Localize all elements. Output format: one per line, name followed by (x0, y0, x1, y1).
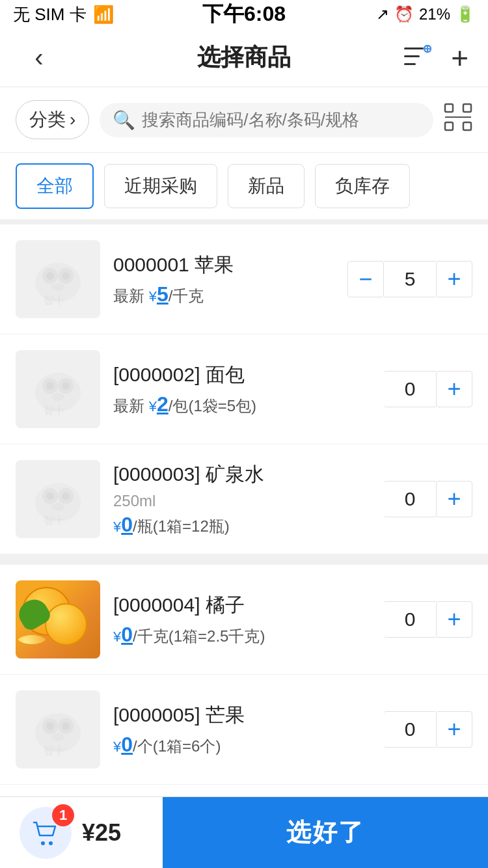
search-input-wrap: 🔍 (100, 103, 433, 137)
list-item: 智十 [0000003] 矿泉水 250ml ¥0/瓶(1箱=12瓶) + (0, 444, 488, 554)
product-price-4: ¥0/千克(1箱=2.5千克) (113, 623, 371, 647)
category-arrow: › (70, 109, 75, 130)
qty-input-3[interactable] (384, 481, 436, 517)
list-item: 智十 0000001 苹果 最新 ¥5/千克 − + (0, 224, 488, 334)
category-button[interactable]: 分类 › (16, 100, 89, 139)
product-info-1: 0000001 苹果 最新 ¥5/千克 (113, 252, 334, 306)
qty-input-5[interactable] (384, 711, 436, 748)
svg-point-23 (51, 393, 64, 401)
svg-text:智十: 智十 (44, 745, 64, 756)
svg-point-29 (62, 492, 70, 500)
product-image-3: 智十 (16, 460, 100, 538)
qty-minus-button-1[interactable]: − (347, 261, 384, 297)
list-item: 智十 [0000002] 面包 最新 ¥2/包(1袋=5包) + (0, 334, 488, 444)
product-info-2: [0000002] 面包 最新 ¥2/包(1袋=5包) (113, 362, 371, 416)
qty-control-4: + (384, 601, 472, 638)
status-time: 下午6:08 (202, 0, 286, 29)
product-name-1: 0000001 苹果 (113, 252, 334, 278)
product-info-4: [0000004] 橘子 ¥0/千克(1箱=2.5千克) (113, 592, 371, 647)
svg-rect-8 (463, 104, 471, 112)
svg-rect-0 (404, 47, 424, 49)
filter-tabs: 全部 近期采购 新品 负库存 (0, 153, 488, 224)
qty-input-4[interactable] (384, 601, 436, 638)
cart-total: ¥25 (82, 819, 121, 847)
svg-rect-6 (445, 104, 453, 112)
product-name-3: [0000003] 矿泉水 (113, 461, 371, 488)
list-item: 智十 [0000005] 芒果 ¥0/个(1箱=6个) + (0, 675, 488, 785)
svg-point-15 (62, 272, 70, 280)
qty-plus-button-5[interactable]: + (436, 711, 472, 748)
bottom-bar: 1 ¥25 选好了 (0, 796, 488, 868)
qty-plus-button-4[interactable]: + (436, 601, 472, 638)
battery-icon: 🔋 (455, 5, 475, 23)
tab-new[interactable]: 新品 (228, 164, 305, 208)
svg-point-21 (46, 382, 54, 390)
wifi-icon: 📶 (93, 5, 114, 25)
product-list: 智十 0000001 苹果 最新 ¥5/千克 − + (0, 224, 488, 868)
add-button[interactable]: + (451, 43, 468, 73)
battery-text: 21% (419, 5, 450, 23)
svg-rect-1 (404, 55, 420, 57)
product-price-3: ¥0/瓶(1箱=12瓶) (113, 513, 371, 537)
svg-point-30 (51, 503, 64, 511)
svg-point-37 (51, 733, 64, 741)
tab-recent[interactable]: 近期采购 (104, 164, 217, 208)
svg-point-14 (46, 272, 54, 280)
svg-rect-7 (445, 122, 453, 130)
carrier-text: 无 SIM 卡 (13, 3, 87, 26)
tab-all[interactable]: 全部 (16, 163, 94, 209)
qty-input-2[interactable] (384, 371, 436, 407)
scan-icon[interactable] (444, 103, 472, 137)
nav-bar: ‹ 选择商品 + (0, 29, 488, 87)
product-info-5: [0000005] 芒果 ¥0/个(1箱=6个) (113, 702, 371, 757)
svg-point-50 (49, 841, 53, 845)
search-icon: 🔍 (113, 109, 135, 131)
product-price-5: ¥0/个(1箱=6个) (113, 733, 371, 757)
qty-input-1[interactable] (384, 261, 436, 297)
product-name-5: [0000005] 芒果 (113, 702, 371, 729)
qty-plus-button-2[interactable]: + (436, 371, 472, 407)
product-image-4 (16, 580, 100, 658)
filter-icon[interactable] (404, 45, 431, 71)
product-info-3: [0000003] 矿泉水 250ml ¥0/瓶(1箱=12瓶) (113, 461, 371, 537)
section-divider (0, 554, 488, 565)
search-input[interactable] (142, 110, 420, 130)
search-row: 分类 › 🔍 (0, 87, 488, 153)
status-right: ↗ ⏰ 21% 🔋 (376, 5, 475, 23)
confirm-button[interactable]: 选好了 (163, 797, 488, 869)
svg-rect-10 (463, 122, 471, 130)
svg-point-22 (62, 382, 70, 390)
svg-rect-2 (404, 63, 416, 65)
product-name-2: [0000002] 面包 (113, 362, 371, 388)
product-spec-3: 250ml (113, 492, 371, 510)
product-name-4: [0000004] 橘子 (113, 592, 371, 619)
qty-control-2: + (384, 371, 472, 407)
product-image-5: 智十 (16, 690, 100, 768)
cart-section: 1 ¥25 (0, 807, 163, 859)
svg-point-28 (46, 492, 54, 500)
qty-plus-button-1[interactable]: + (436, 261, 472, 297)
svg-point-36 (62, 722, 70, 730)
tab-negative-stock[interactable]: 负库存 (315, 164, 410, 208)
alarm-icon: ⏰ (394, 5, 414, 23)
location-icon: ↗ (376, 5, 389, 23)
svg-point-16 (51, 283, 64, 291)
svg-point-35 (46, 722, 54, 730)
qty-plus-button-3[interactable]: + (436, 481, 472, 517)
list-item: [0000004] 橘子 ¥0/千克(1箱=2.5千克) + (0, 565, 488, 675)
page-title: 选择商品 (197, 42, 291, 74)
qty-control-5: + (384, 711, 472, 748)
svg-text:智十: 智十 (44, 295, 64, 306)
cart-badge: 1 (52, 804, 74, 826)
svg-text:智十: 智十 (44, 515, 64, 526)
back-button[interactable]: ‹ (20, 38, 59, 77)
product-image-1: 智十 (16, 240, 100, 318)
category-label: 分类 (29, 107, 66, 132)
product-price-2: 最新 ¥2/包(1袋=5包) (113, 392, 371, 416)
svg-point-49 (41, 841, 45, 845)
qty-control-3: + (384, 481, 472, 517)
status-bar: 无 SIM 卡 📶 下午6:08 ↗ ⏰ 21% 🔋 (0, 0, 488, 29)
qty-control-1: − + (347, 261, 472, 297)
cart-icon-wrap[interactable]: 1 (20, 807, 72, 859)
product-price-1: 最新 ¥5/千克 (113, 282, 334, 306)
